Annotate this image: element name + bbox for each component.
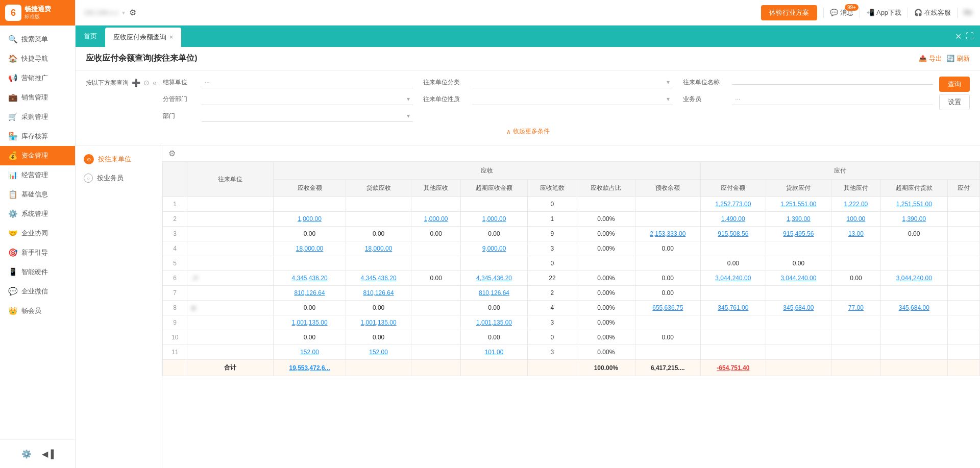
cell-3[interactable]: 4,345,436.20 <box>461 271 528 286</box>
sidebar-item-hardware[interactable]: 📱 智能硬件 <box>0 262 75 282</box>
nav-by-partner-label: 按往来单位 <box>98 155 131 164</box>
sidebar-item-guide[interactable]: 🎯 新手引导 <box>0 243 75 262</box>
cell-7[interactable]: 1,490.00 <box>700 212 766 227</box>
department-input[interactable]: ▾ <box>202 110 413 122</box>
cell-1[interactable]: 152.00 <box>346 345 411 360</box>
cell-9 <box>831 345 880 360</box>
cell-6[interactable]: 2,153,333.00 <box>635 227 700 241</box>
search-buttons: 查询 设置 <box>939 77 970 122</box>
cell-3[interactable]: 9,000.00 <box>461 241 528 256</box>
online-service-btn[interactable]: 🎧 在线客服 <box>914 8 951 17</box>
sidebar-item-quick-nav[interactable]: 🏠 快捷导航 <box>0 49 75 68</box>
cell-7[interactable]: 1,252,773.00 <box>700 197 766 212</box>
cell-9[interactable]: 1,222.00 <box>831 197 880 212</box>
cell-2[interactable]: 1,000.00 <box>411 212 461 227</box>
cell-3[interactable]: 101.00 <box>461 345 528 360</box>
set-button[interactable]: 设置 <box>939 94 970 110</box>
settlement-unit-input[interactable]: ··· <box>202 77 413 88</box>
cell-9[interactable]: 13.00 <box>831 227 880 241</box>
cell-1[interactable]: 18,000.00 <box>346 241 411 256</box>
sidebar-item-enterprise[interactable]: 🤝 企业协同 <box>0 224 75 243</box>
nav-by-salesman[interactable]: ○ 按业务员 <box>76 169 162 187</box>
sidebar: 6 畅捷通费 标准版 🔍 搜索菜单 🏠 快捷导航 📢 营销推广 💼 销售 <box>0 0 76 468</box>
industry-btn[interactable]: 体验行业方案 <box>761 5 817 20</box>
salesman-input[interactable]: ··· <box>732 93 933 105</box>
sidebar-item-operation[interactable]: 📊 经营管理 <box>0 165 75 185</box>
cell-1[interactable]: 4,345,436.20 <box>346 271 411 286</box>
table-container[interactable]: 往来单位 应收 应付 应收金额 贷款应收 其他应收 超期应收金额 <box>162 162 980 468</box>
cell-3[interactable]: 810,126.64 <box>461 286 528 301</box>
cell-0[interactable]: 1,001,135.00 <box>274 315 346 330</box>
footer-recv-ratio: 100.00% <box>577 360 635 376</box>
cell-9[interactable]: 100.00 <box>831 212 880 227</box>
nav-by-partner[interactable]: ⊙ 按往来单位 <box>76 150 162 169</box>
sidebar-item-search-menu[interactable]: 🔍 搜索菜单 <box>0 30 75 49</box>
add-scheme-btn[interactable]: ➕ <box>132 79 140 87</box>
cell-2 <box>411 256 461 271</box>
settings-scheme-btn[interactable]: ⊙ <box>143 79 150 87</box>
sidebar-item-member[interactable]: 👑 畅会员 <box>0 301 75 321</box>
user-info[interactable]: Rit <box>964 9 972 16</box>
message-btn[interactable]: 💬 消息 99+ <box>830 8 853 17</box>
sidebar-item-capital[interactable]: 💰 资金管理 <box>0 146 75 165</box>
cell-10[interactable]: 1,390.00 <box>880 212 947 227</box>
cell-7[interactable]: 345,761.00 <box>700 301 766 315</box>
sidebar-item-basic-info[interactable]: 📋 基础信息 <box>0 185 75 204</box>
cell-0[interactable]: 18,000.00 <box>274 241 346 256</box>
scheme-arrow-btn[interactable]: « <box>153 79 157 87</box>
table-settings-icon[interactable]: ⚙ <box>168 149 176 158</box>
cell-0[interactable]: 152.00 <box>274 345 346 360</box>
tab-maximize-btn[interactable]: ⛶ <box>966 32 974 41</box>
sidebar-item-wechat[interactable]: 💬 企业微信 <box>0 282 75 301</box>
cell-8[interactable]: 1,390.00 <box>766 212 831 227</box>
partner-category-input[interactable]: ▾ <box>472 77 673 88</box>
page-header: 应收应付余额查询(按往来单位) 📤 导出 🔄 刷新 <box>76 47 980 70</box>
footer-pay-amt[interactable]: -654,751.40 <box>700 360 766 376</box>
sidebar-item-marketing[interactable]: 📢 营销推广 <box>0 68 75 88</box>
division-dept-input[interactable]: ▾ <box>202 93 413 105</box>
cell-9[interactable]: 77.00 <box>831 301 880 315</box>
query-button[interactable]: 查询 <box>939 77 970 92</box>
cell-1[interactable]: 1,001,135.00 <box>346 315 411 330</box>
cell-10[interactable]: 1,251,551.00 <box>880 197 947 212</box>
partner-name-input[interactable] <box>732 80 933 85</box>
cell-2 <box>411 345 461 360</box>
cell-10 <box>880 345 947 360</box>
tab-close-btn[interactable]: × <box>169 34 173 41</box>
cell-8[interactable]: 915,495.56 <box>766 227 831 241</box>
cell-8[interactable]: 3,044,240.00 <box>766 271 831 286</box>
cell-0: 0.00 <box>274 301 346 315</box>
cell-7[interactable]: 3,044,240.00 <box>700 271 766 286</box>
cell-10[interactable]: 3,044,240.00 <box>880 271 947 286</box>
cell-10[interactable]: 345,684.00 <box>880 301 947 315</box>
cell-8[interactable]: 345,684.00 <box>766 301 831 315</box>
footer-recv-amt[interactable]: 19,553,472,6... <box>274 360 346 376</box>
sidebar-item-sys-manage[interactable]: ⚙️ 系统管理 <box>0 204 75 224</box>
gear-button[interactable]: ⚙ <box>129 8 136 17</box>
collapse-icon[interactable]: ◀▐ <box>42 449 54 459</box>
cell-3[interactable]: 1,001,135.00 <box>461 315 528 330</box>
sidebar-item-sales[interactable]: 💼 销售管理 <box>0 88 75 107</box>
tab-home[interactable]: 首页 <box>76 27 105 46</box>
cell-1[interactable]: 810,126.64 <box>346 286 411 301</box>
sidebar-item-purchase[interactable]: 🛒 采购管理 <box>0 107 75 127</box>
cell-4: 0 <box>527 256 577 271</box>
cell-7[interactable]: 915,508.56 <box>700 227 766 241</box>
partner-nature-input[interactable]: ▾ <box>472 93 673 105</box>
cell-0[interactable]: 1,000.00 <box>274 212 346 227</box>
collapse-btn[interactable]: ∧ 收起更多条件 <box>506 124 550 139</box>
tab-ar-ap[interactable]: 应收应付余额查询 × <box>105 28 181 47</box>
cell-3[interactable]: 1,000.00 <box>461 212 528 227</box>
cell-0[interactable]: 810,126.64 <box>274 286 346 301</box>
cell-8[interactable]: 1,251,551.00 <box>766 197 831 212</box>
cell-5 <box>577 197 635 212</box>
table-row: 3 0.000.000.000.0090.00%2,153,333.00915,… <box>163 227 980 241</box>
cell-6[interactable]: 655,636.75 <box>635 301 700 315</box>
cell-0[interactable]: 4,345,436.20 <box>274 271 346 286</box>
app-download-btn[interactable]: 📲 App下载 <box>866 8 901 17</box>
settings-bottom-icon[interactable]: ⚙️ <box>21 449 32 459</box>
export-btn[interactable]: 📤 导出 <box>919 54 942 63</box>
sidebar-item-inventory[interactable]: 🏪 库存核算 <box>0 127 75 146</box>
tab-close-window-btn[interactable]: ✕ <box>955 32 962 41</box>
refresh-btn[interactable]: 🔄 刷新 <box>946 54 970 63</box>
